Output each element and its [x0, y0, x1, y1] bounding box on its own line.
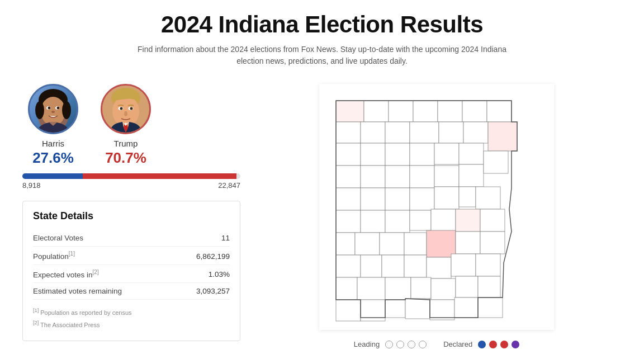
detail-row-expected: Expected votes in[2] 1.03%: [33, 265, 230, 284]
svg-rect-85: [454, 298, 478, 318]
harris-avatar: [28, 84, 78, 134]
trump-votes: 22,847: [218, 181, 240, 190]
svg-rect-58: [480, 209, 505, 232]
svg-rect-39: [361, 166, 385, 188]
svg-rect-20: [389, 101, 413, 122]
svg-rect-38: [336, 166, 361, 188]
svg-rect-61: [380, 233, 404, 255]
vote-counts-row: 8,918 22,847: [22, 181, 240, 190]
svg-rect-73: [336, 277, 357, 300]
state-details-box: State Details Electoral Votes 11 Populat…: [22, 201, 240, 341]
svg-rect-66: [336, 255, 361, 277]
expected-votes-value: 1.03%: [209, 270, 230, 279]
trump-percentage: 70.7%: [105, 149, 146, 167]
expected-footnote: [2]: [93, 269, 99, 275]
svg-rect-41: [410, 166, 434, 188]
svg-rect-50: [459, 187, 476, 207]
svg-rect-48: [410, 188, 434, 210]
svg-rect-33: [361, 143, 385, 166]
page-wrapper: 2024 Indiana Election Results Find infor…: [0, 0, 644, 354]
svg-rect-42: [434, 166, 459, 187]
dem-declared-circle: [478, 341, 486, 348]
svg-rect-63: [427, 230, 456, 257]
svg-rect-54: [385, 210, 410, 233]
page-subtitle: Find information about the 2024 election…: [132, 44, 512, 67]
svg-rect-18: [336, 101, 364, 122]
state-details-title: State Details: [33, 210, 230, 222]
svg-rect-60: [355, 233, 380, 255]
rep-declared-circle-1: [489, 341, 497, 348]
leading-circle-1: [385, 341, 393, 348]
svg-rect-56: [431, 209, 456, 232]
svg-rect-44: [484, 151, 508, 173]
svg-rect-68: [382, 255, 404, 277]
svg-rect-55: [410, 210, 431, 230]
svg-rect-64: [456, 232, 480, 254]
svg-rect-69: [404, 255, 427, 277]
svg-rect-70: [427, 257, 451, 279]
harris-votes: 8,918: [22, 181, 41, 190]
leading-circle-2: [396, 341, 404, 348]
svg-rect-67: [361, 255, 382, 277]
leading-legend-group: Leading: [354, 340, 427, 348]
remaining-label: Estimated votes remaining: [33, 287, 122, 295]
trump-avatar: [101, 84, 151, 134]
svg-point-4: [62, 101, 71, 119]
svg-rect-82: [385, 300, 405, 318]
svg-point-8: [57, 107, 60, 110]
svg-rect-76: [411, 277, 431, 299]
candidates-row: Harris 27.6%: [22, 84, 240, 167]
remaining-value: 3,093,257: [196, 287, 230, 295]
svg-rect-86: [478, 298, 503, 318]
leading-circle-4: [419, 341, 427, 348]
svg-rect-27: [385, 122, 410, 143]
svg-rect-79: [478, 276, 500, 298]
svg-rect-77: [431, 279, 456, 300]
svg-rect-80: [336, 300, 361, 321]
vote-bar: [22, 173, 240, 179]
rep-declared-circle-2: [500, 341, 508, 348]
svg-rect-52: [336, 210, 361, 233]
electoral-votes-label: Electoral Votes: [33, 234, 83, 242]
svg-rect-49: [434, 187, 459, 209]
svg-rect-65: [480, 232, 505, 254]
footnote-2: [2] The Associated Press: [33, 319, 230, 330]
main-content: Harris 27.6%: [22, 84, 622, 348]
map-container: Leading Declared: [252, 84, 622, 348]
svg-rect-30: [463, 122, 488, 143]
svg-rect-72: [476, 254, 500, 276]
svg-rect-84: [430, 300, 454, 320]
declared-label: Declared: [443, 340, 472, 348]
svg-rect-46: [361, 188, 385, 210]
svg-rect-40: [385, 166, 410, 188]
svg-point-3: [35, 101, 44, 119]
svg-rect-26: [361, 122, 385, 143]
svg-rect-62: [404, 233, 427, 255]
svg-rect-83: [405, 299, 430, 319]
svg-rect-24: [487, 101, 512, 122]
right-panel: Leading Declared: [252, 84, 622, 348]
svg-rect-29: [439, 122, 463, 143]
svg-rect-34: [385, 143, 410, 166]
svg-rect-71: [451, 254, 476, 276]
footnote-1: [1] Population as reported by census: [33, 306, 230, 318]
svg-rect-74: [357, 277, 385, 300]
svg-rect-59: [336, 233, 355, 255]
declared-legend-group: Declared: [443, 340, 519, 348]
detail-row-population: Population[1] 6,862,199: [33, 247, 230, 265]
harris-bar: [22, 173, 83, 179]
svg-rect-51: [476, 187, 500, 209]
svg-rect-32: [336, 143, 361, 166]
svg-rect-35: [410, 143, 434, 166]
svg-rect-57: [456, 209, 480, 232]
electoral-votes-value: 11: [221, 234, 230, 242]
svg-rect-37: [459, 143, 484, 164]
svg-rect-28: [410, 122, 439, 143]
svg-rect-19: [364, 101, 389, 122]
svg-rect-43: [459, 164, 484, 187]
svg-rect-31: [488, 122, 517, 151]
svg-point-9: [51, 111, 55, 113]
map-legend: Leading Declared: [354, 340, 519, 348]
leading-label: Leading: [354, 340, 380, 348]
svg-rect-75: [385, 277, 411, 300]
